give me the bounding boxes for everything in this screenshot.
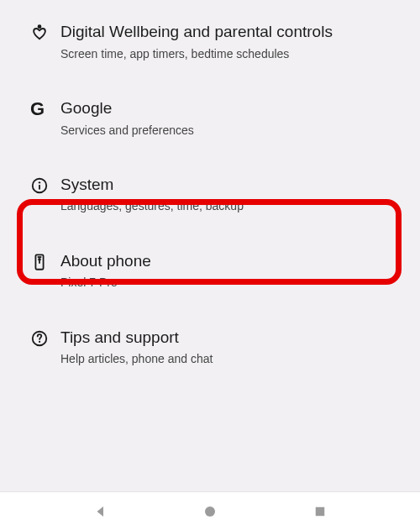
help-icon <box>15 328 60 348</box>
info-icon <box>15 175 60 195</box>
nav-home-button[interactable] <box>201 502 219 521</box>
settings-item-about-phone[interactable]: About phone Pixel 7 Pro <box>0 233 420 309</box>
settings-item-wellbeing[interactable]: Digital Wellbeing and parental controls … <box>0 3 420 80</box>
settings-item-subtitle: Services and preferences <box>60 123 405 138</box>
svg-point-6 <box>39 259 40 260</box>
settings-item-title: Google <box>60 98 405 119</box>
svg-point-0 <box>39 25 41 28</box>
settings-item-title: About phone <box>60 251 405 272</box>
settings-list: Digital Wellbeing and parental controls … <box>0 0 420 385</box>
svg-point-11 <box>205 506 215 517</box>
settings-item-tips-support[interactable]: Tips and support Help articles, phone an… <box>0 309 420 386</box>
settings-item-google[interactable]: G Google Services and preferences <box>0 80 420 156</box>
svg-rect-12 <box>315 506 324 516</box>
settings-item-subtitle: Help articles, phone and chat <box>60 351 405 366</box>
navigation-bar <box>0 491 420 530</box>
settings-item-subtitle: Screen time, app timers, bedtime schedul… <box>60 46 405 61</box>
google-icon: G <box>15 98 60 118</box>
settings-item-title: System <box>60 175 405 196</box>
wellbeing-icon <box>15 22 60 42</box>
settings-item-title: Digital Wellbeing and parental controls <box>60 22 405 43</box>
settings-item-system[interactable]: System Languages, gestures, time, backup <box>0 156 420 233</box>
svg-point-2 <box>39 181 40 183</box>
svg-rect-3 <box>39 185 40 190</box>
nav-recents-button[interactable] <box>311 502 329 521</box>
svg-point-10 <box>39 340 40 342</box>
nav-back-button[interactable] <box>92 502 110 521</box>
phone-icon <box>15 251 60 271</box>
settings-item-title: Tips and support <box>60 328 405 349</box>
settings-item-subtitle: Languages, gestures, time, backup <box>60 198 405 213</box>
settings-item-subtitle: Pixel 7 Pro <box>60 275 405 290</box>
